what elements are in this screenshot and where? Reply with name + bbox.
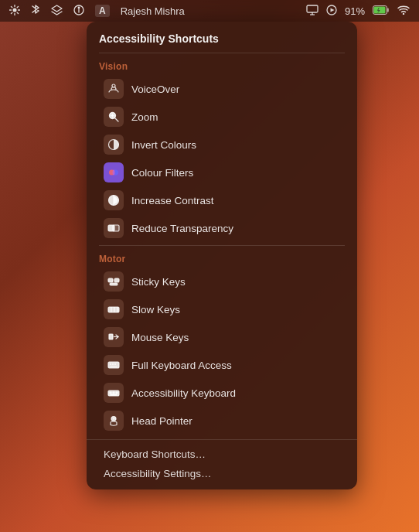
svg-rect-12: [387, 8, 390, 12]
sticky-keys-item[interactable]: Sticky Keys: [91, 268, 353, 295]
display-icon[interactable]: [306, 5, 319, 18]
voiceover-item[interactable]: VoiceOver: [91, 75, 353, 103]
invert-colours-label: Invert Colours: [131, 139, 196, 151]
voiceover-icon: [104, 79, 124, 99]
colour-filters-icon: [104, 162, 124, 182]
sticky-keys-label: Sticky Keys: [131, 276, 186, 288]
accessibility-shortcuts-dropdown: Accessibility Shortcuts Vision VoiceOver…: [87, 22, 357, 489]
motor-section-label: Motor: [87, 246, 357, 268]
media-icon[interactable]: [326, 5, 337, 18]
reduce-transparency-label: Reduce Transparency: [131, 223, 233, 234]
battery-icon: [373, 5, 390, 17]
mouse-keys-icon: [104, 327, 124, 347]
system-prefs-icon[interactable]: [9, 5, 20, 18]
slow-keys-item[interactable]: Slow Keys: [91, 295, 353, 323]
mouse-keys-label: Mouse Keys: [131, 332, 189, 343]
svg-rect-43: [110, 392, 111, 394]
full-keyboard-label: Full Keyboard Access: [131, 360, 232, 371]
svg-rect-28: [110, 283, 118, 285]
layers-icon[interactable]: [51, 5, 63, 18]
svg-line-15: [115, 118, 118, 121]
head-pointer-item[interactable]: Head Pointer: [91, 407, 353, 435]
head-pointer-icon: [104, 411, 124, 431]
svg-point-0: [13, 8, 17, 12]
increase-contrast-icon: [104, 190, 124, 210]
mouse-keys-item[interactable]: Mouse Keys: [91, 323, 353, 351]
svg-point-21: [113, 170, 115, 176]
increase-contrast-item[interactable]: Increase Contrast: [91, 186, 353, 214]
dropdown-title: Accessibility Shortcuts: [87, 22, 357, 53]
svg-rect-45: [116, 392, 118, 394]
svg-point-4: [78, 7, 80, 9]
accessibility-settings-link[interactable]: Accessibility Settings…: [87, 464, 357, 483]
wifi-icon[interactable]: [397, 5, 410, 17]
svg-point-13: [403, 13, 404, 15]
voiceover-label: VoiceOver: [131, 84, 179, 95]
keyboard-shortcuts-link[interactable]: Keyboard Shortcuts…: [87, 445, 357, 464]
svg-rect-37: [108, 362, 119, 368]
sticky-keys-icon: [104, 271, 124, 292]
full-keyboard-icon: [104, 355, 124, 375]
svg-rect-26: [108, 278, 113, 282]
menubar: A Rajesh Mishra 91%: [0, 0, 419, 22]
svg-point-48: [113, 418, 114, 420]
zoom-item[interactable]: Zoom: [91, 103, 353, 131]
zoom-icon: [104, 107, 124, 127]
increase-contrast-label: Increase Contrast: [131, 195, 214, 206]
svg-rect-33: [109, 334, 113, 339]
battery-percent: 91%: [345, 5, 365, 17]
svg-rect-27: [114, 278, 119, 282]
colour-filters-item[interactable]: Colour Filters: [91, 159, 353, 186]
bluetooth-icon[interactable]: [31, 5, 40, 18]
bottom-divider: [87, 439, 357, 440]
accessibility-keyboard-label: Accessibility Keyboard: [131, 387, 236, 399]
reduce-transparency-icon: [104, 218, 124, 238]
colour-filters-label: Colour Filters: [131, 167, 193, 179]
svg-marker-9: [330, 8, 334, 12]
menubar-right: 91%: [306, 5, 410, 18]
svg-rect-5: [307, 5, 318, 12]
svg-marker-1: [52, 5, 62, 12]
menubar-left: A Rajesh Mishra: [9, 5, 185, 18]
svg-rect-25: [113, 225, 119, 231]
user-name[interactable]: Rajesh Mishra: [121, 5, 185, 17]
info-circle-icon[interactable]: [73, 5, 84, 18]
reduce-transparency-item[interactable]: Reduce Transparency: [91, 214, 353, 242]
slow-keys-label: Slow Keys: [131, 304, 180, 315]
accessibility-keyboard-item[interactable]: Accessibility Keyboard: [91, 379, 353, 407]
head-pointer-label: Head Pointer: [131, 415, 192, 427]
invert-colours-item[interactable]: Invert Colours: [91, 131, 353, 159]
svg-rect-44: [113, 392, 114, 394]
vision-section-label: Vision: [87, 53, 357, 75]
accessibility-keyboard-icon: [104, 383, 124, 403]
svg-rect-46: [111, 394, 117, 395]
invert-colours-icon: [104, 135, 124, 155]
full-keyboard-item[interactable]: Full Keyboard Access: [91, 351, 353, 379]
zoom-label: Zoom: [131, 111, 158, 123]
text-badge[interactable]: A: [95, 5, 110, 17]
slow-keys-icon: [104, 299, 124, 319]
